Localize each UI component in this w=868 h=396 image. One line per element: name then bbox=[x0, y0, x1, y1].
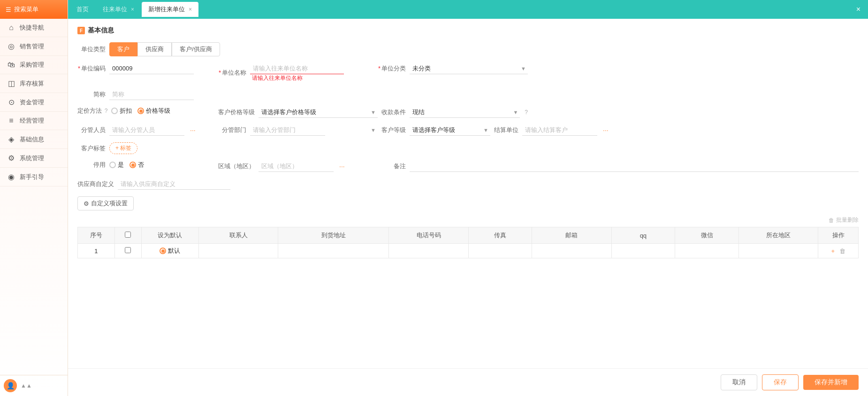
no-radio-dot bbox=[131, 163, 135, 167]
shortname-field: 简称 bbox=[77, 89, 218, 100]
customer-level-label: 客户等级 bbox=[378, 126, 406, 134]
contacts-table: 序号设为默认联系人到货地址电话号码传真邮箱qq微信所在地区操作 1 默认 bbox=[77, 227, 859, 258]
unit-code-field: *单位编码 bbox=[77, 63, 218, 74]
pricing-level-radio[interactable]: 价格等级 bbox=[137, 107, 170, 115]
fax-input[interactable] bbox=[486, 248, 514, 255]
customer-level-select-wrapper: 请选择客户等级 ▼ bbox=[410, 124, 490, 136]
qq-input[interactable] bbox=[629, 248, 657, 255]
row-delete-btn[interactable]: 🗑 bbox=[839, 248, 845, 255]
tab-partners[interactable]: 往来单位× bbox=[96, 2, 141, 17]
custom-settings-btn[interactable]: ⚙ 自定义项设置 bbox=[77, 196, 134, 210]
pricing-help-icon[interactable]: ? bbox=[105, 108, 108, 114]
table-header-序号: 序号 bbox=[78, 227, 115, 244]
sidebar-item-newguide[interactable]: ◉新手引导 bbox=[0, 168, 68, 186]
region-label: 区域（地区） bbox=[218, 162, 255, 171]
manager-more-btn[interactable]: ··· bbox=[188, 126, 198, 134]
pricing-discount-radio[interactable]: 折扣 bbox=[111, 107, 132, 115]
disable-no-radio[interactable]: 否 bbox=[129, 161, 144, 169]
batch-delete-label[interactable]: 批量删除 bbox=[836, 216, 859, 224]
sidebar-footer: 👤 ▲▲ bbox=[0, 375, 68, 396]
tab-close-partners[interactable]: × bbox=[131, 6, 134, 13]
unit-name-input-wrapper: 请输入往来单位名称 bbox=[250, 63, 378, 82]
sidebar-icon-system: ⚙ bbox=[7, 154, 16, 163]
tab-home[interactable]: 首页 bbox=[70, 2, 95, 17]
settlement-more-btn[interactable]: ··· bbox=[601, 126, 610, 134]
sidebar-icon-finance: ⊙ bbox=[7, 98, 16, 107]
sidebar-item-quick-nav[interactable]: ⌂快捷导航 bbox=[0, 19, 68, 37]
sidebar-item-finance[interactable]: ⊙资金管理 bbox=[0, 93, 68, 112]
region-more-btn[interactable]: ··· bbox=[337, 163, 347, 170]
payment-terms-select[interactable]: 现结 bbox=[410, 107, 520, 118]
row-checkbox-cell bbox=[114, 244, 141, 258]
row-region-input[interactable] bbox=[760, 248, 797, 255]
sidebar-item-system[interactable]: ⚙系统管理 bbox=[0, 149, 68, 168]
supplier-type-btn[interactable]: 供应商 bbox=[137, 42, 172, 56]
tab-label-partners: 往来单位 bbox=[103, 5, 127, 14]
sidebar-icon-basics: ◈ bbox=[7, 135, 16, 144]
unit-name-input[interactable] bbox=[250, 63, 344, 74]
cancel-button[interactable]: 取消 bbox=[721, 374, 757, 390]
select-all-checkbox[interactable] bbox=[125, 232, 131, 238]
add-tag-button[interactable]: + 标签 bbox=[109, 142, 137, 154]
unit-code-input[interactable] bbox=[109, 63, 194, 74]
payment-terms-help-icon[interactable]: ? bbox=[525, 109, 528, 116]
customer-level-select[interactable]: 请选择客户等级 bbox=[410, 124, 490, 136]
unit-category-select[interactable]: 未分类 bbox=[410, 63, 528, 74]
both-type-btn[interactable]: 客户/供应商 bbox=[172, 42, 220, 56]
save-button[interactable]: 保存 bbox=[762, 374, 799, 390]
note-field: 备注 bbox=[378, 161, 859, 172]
region-input[interactable] bbox=[259, 161, 334, 172]
batch-delete-bar: 🗑 批量删除 bbox=[77, 216, 859, 224]
level-radio-circle bbox=[137, 108, 144, 114]
sidebar-label-system: 系统管理 bbox=[20, 154, 44, 163]
sidebar-item-operations[interactable]: ≡经营管理 bbox=[0, 112, 68, 130]
unit-name-field: *单位名称 请输入往来单位名称 bbox=[218, 63, 378, 82]
save-and-new-button[interactable]: 保存并新增 bbox=[803, 375, 859, 390]
row-checkbox[interactable] bbox=[125, 247, 131, 253]
disable-label: 停用 bbox=[77, 161, 106, 169]
settlement-label: 结算单位 bbox=[490, 126, 518, 134]
sidebar-item-basics[interactable]: ◈基础信息 bbox=[0, 130, 68, 149]
shortname-input[interactable] bbox=[109, 89, 194, 100]
disable-yes-radio[interactable]: 是 bbox=[109, 161, 124, 169]
customer-type-btn[interactable]: 客户 bbox=[109, 42, 137, 56]
row-region bbox=[739, 244, 818, 258]
address-input[interactable] bbox=[305, 248, 362, 255]
main-area: 首页往来单位×新增往来单位× × F 基本信息 单位类型 客户 供应商 客户/供… bbox=[68, 0, 868, 396]
row-no: 1 bbox=[78, 244, 115, 258]
sidebar-item-sales[interactable]: ◎销售管理 bbox=[0, 37, 68, 56]
unit-code-label: *单位编码 bbox=[77, 64, 106, 73]
section-icon: F bbox=[77, 27, 85, 34]
contact-input[interactable] bbox=[220, 248, 257, 255]
sidebar-label-sales: 销售管理 bbox=[20, 42, 44, 51]
note-input[interactable] bbox=[410, 161, 859, 172]
manager-label: 分管人员 bbox=[77, 126, 106, 134]
supplier-custom-input[interactable] bbox=[118, 179, 230, 190]
close-all-button[interactable]: × bbox=[851, 5, 866, 14]
settlement-input[interactable] bbox=[522, 124, 597, 136]
dept-input[interactable] bbox=[250, 124, 325, 136]
row-email bbox=[532, 244, 611, 258]
sidebar-item-inventory[interactable]: ◫库存核算 bbox=[0, 74, 68, 93]
wechat-input[interactable] bbox=[693, 248, 721, 255]
user-avatar: 👤 bbox=[4, 379, 17, 392]
row-default-radio[interactable]: 默认 bbox=[146, 247, 194, 255]
settings-gear-icon: ⚙ bbox=[84, 200, 89, 207]
customer-price-select[interactable]: 请选择客户价格等级 bbox=[259, 107, 378, 118]
sidebar-item-purchase[interactable]: 🛍采购管理 bbox=[0, 56, 68, 74]
email-input[interactable] bbox=[553, 248, 590, 255]
manager-input[interactable] bbox=[109, 124, 184, 136]
section-title-text: 基本信息 bbox=[88, 26, 114, 35]
unit-name-label: *单位名称 bbox=[218, 69, 246, 77]
row-add-btn[interactable]: + bbox=[831, 248, 835, 255]
tab-close-new-partner[interactable]: × bbox=[189, 6, 192, 13]
tags-row: 客户标签 + 标签 bbox=[77, 142, 859, 154]
supplier-custom-field: 供应商自定义 bbox=[77, 179, 265, 190]
row-actions: + 🗑 bbox=[818, 244, 859, 258]
unit-type-row: 单位类型 客户 供应商 客户/供应商 bbox=[77, 42, 859, 56]
table-header-微信: 微信 bbox=[675, 227, 739, 244]
tab-new-partner[interactable]: 新增往来单位× bbox=[142, 2, 198, 17]
sidebar-search[interactable]: ☰ 搜索菜单 bbox=[0, 0, 68, 19]
phone-input[interactable] bbox=[410, 248, 448, 255]
tab-label-home: 首页 bbox=[76, 5, 89, 14]
